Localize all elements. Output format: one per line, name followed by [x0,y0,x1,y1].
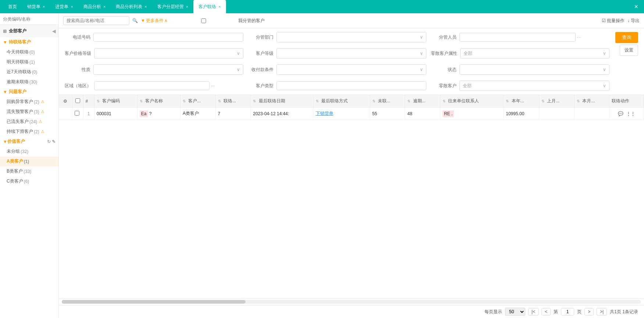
filter-status: 状态 ∨ [431,64,609,75]
close-product-list-icon[interactable]: × [144,4,147,9]
person-more-icon[interactable]: ··· [576,35,582,40]
nature-select[interactable]: ∨ [93,64,243,75]
level-chevron-icon: ∨ [420,51,423,56]
grid-icon: ⊞ [3,29,7,34]
sidebar-all-customers[interactable]: ⊞ 全部客户 ◀ [0,25,58,37]
retail-attr-select[interactable]: 全部 ∨ [460,48,609,59]
row-action[interactable]: 💬 ⋮⋮ [609,107,644,120]
export-icon: ↓ [627,18,630,23]
status-select[interactable]: ∨ [459,64,609,75]
sidebar-item-class-a[interactable]: A类客户(1) [0,156,58,166]
first-page-btn[interactable]: |< [528,308,539,315]
phone-input[interactable] [93,33,243,42]
sort-contact-icon: ⇅ [218,99,221,103]
nav-product-list[interactable]: 商品分析列表 × [111,0,152,13]
sidebar-item-today[interactable]: 今天待联络(0) [0,47,58,57]
scrollbar-thumb[interactable] [62,300,246,304]
dept-select[interactable]: ∨ [276,32,426,42]
action-chat-icon[interactable]: 💬 [618,111,623,116]
col-header-last-date[interactable]: ⇅ 最后联络日期 [251,95,313,107]
search-input[interactable] [63,16,129,25]
sidebar-item-class-c[interactable]: C类客户(6) [0,176,58,186]
nav-purchase[interactable]: 进货单 × [50,0,78,13]
sidebar-item-7days[interactable]: 近7天待联络(0) [0,67,58,77]
region-input[interactable] [94,81,210,90]
prev-page-btn[interactable]: < [541,308,551,315]
filter-person: 分管人员 ··· [431,33,609,42]
sidebar-item-churned[interactable]: 已流失客户(24) ⚠ [0,117,58,127]
region-more-icon[interactable]: ··· [210,83,216,88]
per-page-select[interactable]: 50 100 200 [505,308,525,316]
filter-retail-customer: 零散客户 全部 ∨ [431,81,609,91]
col-header-this-year[interactable]: ⇅ 本年... [504,95,539,107]
close-customer-tier-icon[interactable]: × [186,4,188,9]
col-header-last-method[interactable]: ⇅ 最后联络方式 [313,95,370,107]
sidebar-item-class-b[interactable]: B类客户(33) [0,166,58,176]
next-page-btn[interactable]: > [584,308,594,315]
customer-level-select[interactable]: ∨ [276,48,426,59]
page-number-input[interactable] [561,308,574,315]
col-header-contact[interactable]: ⇅ 联络... [215,95,251,107]
close-sales-icon[interactable]: × [43,4,45,9]
person-input[interactable] [459,33,576,42]
my-customer-input[interactable] [171,18,237,23]
sort-name-icon: ⇅ [140,99,143,103]
close-purchase-icon[interactable]: × [71,4,73,9]
nav-home[interactable]: 首页 [3,0,22,13]
collapse-sidebar-icon[interactable]: ◀ [52,29,56,34]
horizontal-scrollbar[interactable] [59,298,644,305]
row-checkbox[interactable] [72,107,83,120]
retail-customer-select[interactable]: 全部 ∨ [459,81,609,91]
close-all-tabs[interactable]: × [631,3,641,11]
col-header-person[interactable]: ⇅ 往来单位联系人 [440,95,503,107]
batch-ops-btn[interactable]: ☑ 批量操作 [602,18,625,24]
col-header-type[interactable]: ⇅ 客户... [180,95,215,107]
nav-product-analysis[interactable]: 商品分析 × [78,0,111,13]
col-header-code[interactable]: ⇅ 客户编码 [94,95,137,107]
row-this-month [574,107,609,120]
select-all-checkbox[interactable] [75,98,80,103]
close-product-analysis-icon[interactable]: × [103,4,105,9]
sidebar-group-pending[interactable]: ▼ 待联络客户 [0,37,58,47]
total-pages-label: 页 [577,309,582,315]
nav-customer-tier[interactable]: 客户分层经营 × [152,0,193,13]
sidebar-search-input[interactable] [3,17,58,22]
row-name[interactable]: Ea ? [137,107,180,120]
export-btn[interactable]: ↓ 导出 [627,18,640,24]
sidebar-item-overdue[interactable]: 逾期未联络(30) [0,77,58,87]
my-customer-checkbox[interactable]: 我分管的客户 [171,18,265,24]
query-button[interactable]: 查询 [615,32,638,43]
row-select-checkbox[interactable] [75,111,79,116]
sidebar-item-churn-risk[interactable]: 流失预警客户(3) ⚠ [0,107,58,117]
action-more-icon[interactable]: ⋮⋮ [626,111,635,116]
col-header-last-month[interactable]: ⇅ 上月... [539,95,574,107]
filter-phone: 电话号码 [65,33,243,42]
sidebar-item-declining[interactable]: 持续下滑客户(2) ⚠ [0,127,58,137]
filter-payment: 收付款条件 ∨ [248,64,426,75]
sidebar: 🔍 ⊞ 全部客户 ◀ ▼ 待联络客户 今天待联络(0) 明天待联络(1) 近7天… [0,13,59,318]
sidebar-item-abnormal[interactable]: 回购异常客户(2) ⚠ [0,97,58,107]
sidebar-group-value[interactable]: ▼ 价值客户 ↻ ✎ [0,137,58,146]
retail-customer-label: 零散客户 [431,83,457,89]
nav-customer-contact[interactable]: 客户联络 × [193,0,226,13]
nav-sales[interactable]: 销货单 × [22,0,50,13]
col-header-name[interactable]: ⇅ 客户名称 [137,95,180,107]
row-last-method[interactable]: 下销货单 [313,107,370,120]
select-all-header[interactable] [72,95,83,107]
col-header-overdue[interactable]: ⇅ 逾期... [405,95,440,107]
region-label: 区域（地区） [65,83,91,89]
price-level-select[interactable]: ∨ [94,48,243,59]
last-page-btn[interactable]: >| [597,308,607,315]
col-header-no-contact[interactable]: ⇅ 未联... [370,95,405,107]
sidebar-item-ungroup[interactable]: 未分组(32) [0,146,58,156]
col-header-this-month[interactable]: ⇅ 本月... [574,95,609,107]
more-conditions-btn[interactable]: ▼ 更多条件 ∧ [141,18,168,24]
close-customer-contact-icon[interactable]: × [218,4,221,9]
payment-select[interactable]: ∨ [276,64,426,75]
customer-type-input[interactable] [276,81,426,90]
sidebar-group-problem[interactable]: ▼ 问题客户 [0,87,58,97]
status-chevron-icon: ∨ [603,67,606,72]
settings-button[interactable]: 设置 [620,45,638,56]
sidebar-item-tomorrow[interactable]: 明天待联络(1) [0,57,58,67]
gear-column-header[interactable]: ⚙ [59,95,72,107]
